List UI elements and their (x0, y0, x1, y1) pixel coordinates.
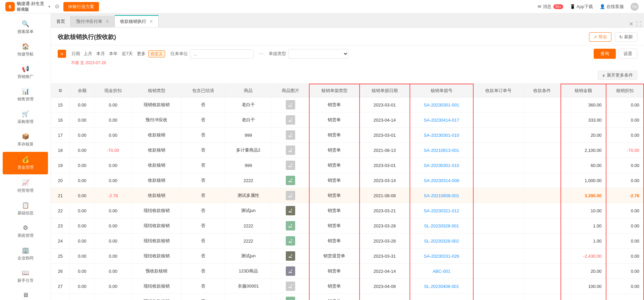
tab-prepay[interactable]: 预付冲应付单 ✕ (71, 16, 115, 27)
query-button[interactable]: 查询 (594, 49, 616, 59)
td-verify-amount: 10.00 (561, 203, 606, 218)
bill-no-link[interactable]: SA-20230414-017 (424, 118, 460, 123)
td-bill-no[interactable]: SA-20230331-026 (410, 249, 473, 264)
bill-no-link[interactable]: SA-20230314-008 (424, 178, 460, 183)
sidebar-item-finance[interactable]: 💰 资金管理 (3, 152, 48, 174)
td-product: 测试jun (225, 203, 272, 218)
bill-type-label: 单据类型 (269, 51, 286, 57)
svg-rect-22 (288, 268, 293, 274)
sidebar-item-guide[interactable]: 📖 新手引导 (0, 265, 51, 288)
svg-point-25 (291, 285, 292, 286)
td-bill-no[interactable]: SA-20230314-008 (410, 173, 473, 188)
td-product: 测试jun (225, 249, 272, 264)
sidebar-item-enterprise[interactable]: 🏢 企业协同 (0, 243, 51, 265)
filter-collapse-btn[interactable]: » (58, 50, 66, 58)
td-bill-no[interactable]: SA-20210808-001 (410, 188, 473, 203)
date-option-custom[interactable]: 自定义 (148, 50, 165, 57)
bill-no-link[interactable]: SL-20230328-001 (424, 223, 459, 228)
sidebar-item-hardware[interactable]: 🖥 智能硬件 (0, 288, 51, 300)
message-btn[interactable]: ✉ 消息 99+ (538, 4, 563, 10)
filter-date-item: 日期 上月 本月 本年 近7天 更多 自定义 (71, 50, 165, 57)
td-bill-no[interactable]: SL-20230328-001 (410, 218, 473, 233)
td-bill-no[interactable]: SA-20230321-012 (410, 203, 473, 218)
refresh-button[interactable]: ↻ 刷新 (615, 32, 637, 42)
svg-point-17 (291, 224, 292, 225)
svg-point-23 (291, 269, 292, 271)
td-receipt-order (473, 264, 523, 279)
dropdown-arrow-icon[interactable]: ▾ (48, 4, 51, 9)
td-bill-no[interactable]: SA-20230414-017 (410, 113, 473, 128)
svg-point-5 (291, 133, 292, 135)
date-option-last-month[interactable]: 上月 (82, 50, 94, 57)
bill-no-link[interactable]: SA-20230321-012 (424, 208, 460, 213)
bill-no-link[interactable]: SL-20230328-002 (424, 239, 459, 244)
export-button[interactable]: ↗ 导出 (589, 32, 611, 42)
th-cash-discount: 现金折扣 (95, 84, 132, 97)
td-receipt-order (473, 158, 523, 173)
bill-no-link[interactable]: SL-20230408-001 (424, 284, 459, 289)
bill-no-link[interactable]: SL-20230418-001 (424, 299, 459, 300)
td-bill-no[interactable]: SA-20210813-001 (410, 143, 473, 158)
partner-input[interactable] (190, 49, 254, 58)
td-product: 测试多属性 (225, 188, 272, 203)
message-label: 消息 (543, 4, 551, 10)
svg-rect-20 (288, 253, 293, 259)
enterprise-icon: 🏢 (22, 247, 29, 254)
tab-collection-close-icon[interactable]: ✕ (150, 19, 153, 24)
bill-no-link[interactable]: SA-20210808-001 (424, 193, 460, 198)
td-bill-no[interactable]: SL-20230408-001 (410, 279, 473, 294)
td-bill-no[interactable]: SL-20230328-002 (410, 233, 473, 249)
bill-type-select[interactable] (288, 49, 348, 59)
tab-prepay-label: 预付冲应付单 (76, 18, 102, 25)
sidebar-label-shortcuts: 快捷导航 (17, 51, 34, 57)
sidebar-item-purchase[interactable]: 🛒 采购管理 (0, 106, 51, 129)
sidebar: 🔍 搜索菜单 🏠 快捷导航 📢 营销推广 📊 销售管理 🛒 采购管理 📦 库存核… (0, 13, 51, 300)
industry-btn[interactable]: 休验行业方案 (63, 2, 99, 11)
bill-no-link[interactable]: SA-20230301-001 (424, 102, 460, 108)
th-settings[interactable]: ⚙ (51, 84, 70, 97)
sidebar-item-operations[interactable]: 📈 经营管理 (0, 175, 51, 198)
td-balance: 0.00 (70, 143, 94, 158)
bill-no-link[interactable]: SA-20230331-026 (424, 254, 460, 259)
td-bill-no[interactable]: ABC-001 (410, 264, 473, 279)
bill-no-link[interactable]: SA-20230301-010 (424, 133, 460, 138)
online-service-btn[interactable]: 👤 在线客服 (600, 4, 624, 10)
app-download-btn[interactable]: 📱 App下载 (570, 4, 593, 10)
settings-icon[interactable]: ⚙ (55, 3, 59, 10)
sidebar-item-basic[interactable]: 📋 基础信息 (0, 198, 51, 220)
filter-partner-item: 往来单位 (170, 49, 254, 58)
sidebar-item-search[interactable]: 🔍 搜索菜单 (0, 16, 51, 39)
svg-rect-16 (288, 223, 293, 228)
tab-collection[interactable]: 收款核销执行 ✕ (115, 15, 159, 27)
expand-conditions-btn[interactable]: ∨ 展开更多条件 (598, 71, 637, 80)
bill-no-link[interactable]: SA-20230301-010 (424, 163, 460, 168)
th-include-settled: 包含已结清 (181, 84, 225, 97)
td-bill-no[interactable]: SA-20230301-001 (410, 97, 473, 113)
date-option-more[interactable]: 更多 (136, 50, 147, 57)
td-bill-no[interactable]: SA-20230301-010 (410, 128, 473, 143)
td-bill-no[interactable]: SL-20230418-001 (410, 294, 473, 300)
date-option-7days[interactable]: 近7天 (120, 50, 134, 57)
date-option-this-year[interactable]: 本年 (108, 50, 119, 57)
td-product-image (272, 294, 309, 300)
window-close-icon[interactable]: ✕ (629, 21, 633, 27)
sidebar-item-system[interactable]: ⚙ 系统管理 (0, 220, 51, 243)
bill-no-link[interactable]: ABC-001 (433, 269, 450, 274)
table-row: 18 0.00 -70.00 收款核销 否 多计量商品2 销货单 2021-08… (51, 143, 644, 158)
tab-prepay-close-icon[interactable]: ✕ (106, 19, 109, 24)
svg-rect-6 (288, 147, 293, 153)
td-verify-type: 现销收款核销 (131, 97, 181, 113)
td-bill-no[interactable]: SA-20230301-010 (410, 158, 473, 173)
tab-home[interactable]: 首页 (51, 16, 71, 27)
sidebar-item-shortcuts[interactable]: 🏠 快捷导航 (0, 39, 51, 61)
window-expand-icon[interactable]: ⛶ (636, 21, 641, 27)
date-option-this-month[interactable]: 本月 (95, 50, 106, 57)
sidebar-item-inventory[interactable]: 📦 库存核算 (0, 129, 51, 151)
user-avatar[interactable]: Rit (631, 3, 639, 11)
sidebar-item-sales[interactable]: 📊 销售管理 (0, 84, 51, 106)
sidebar-item-marketing[interactable]: 📢 营销推广 (0, 61, 51, 84)
bill-no-link[interactable]: SA-20210813-001 (424, 148, 460, 153)
svg-rect-14 (288, 208, 293, 213)
settings-button[interactable]: 设置 (619, 49, 637, 59)
refresh-label: 刷新 (624, 34, 633, 40)
